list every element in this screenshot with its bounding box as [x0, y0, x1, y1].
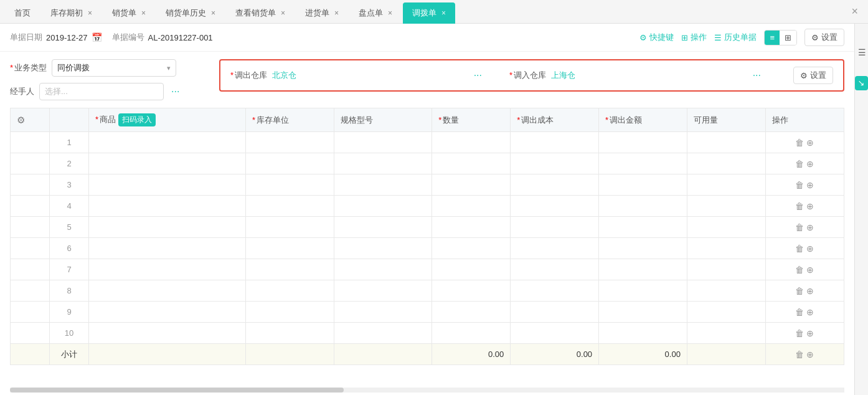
delete-icon[interactable]: 🗑: [795, 159, 804, 169]
spec-cell[interactable]: [334, 217, 432, 238]
delete-icon[interactable]: 🗑: [795, 138, 804, 148]
copy-icon[interactable]: ⊕: [806, 138, 814, 148]
delete-icon[interactable]: 🗑: [795, 222, 804, 232]
history-docs-btn[interactable]: ☰ 历史单据: [714, 32, 757, 43]
horizontal-scrollbar[interactable]: [10, 388, 844, 393]
product-cell[interactable]: [89, 132, 246, 153]
tab-sales-order-close[interactable]: ×: [141, 9, 146, 17]
tab-inventory-init[interactable]: 库存期初 ×: [41, 2, 101, 24]
unit-cell[interactable]: [246, 302, 334, 323]
tab-sales-history[interactable]: 销货单历史 ×: [156, 2, 225, 24]
product-cell[interactable]: [89, 196, 246, 217]
copy-icon[interactable]: ⊕: [806, 328, 814, 338]
settings-button[interactable]: ⚙ 设置: [804, 29, 844, 46]
tab-view-sales-close[interactable]: ×: [281, 9, 285, 17]
transfer-out-more-btn[interactable]: ···: [471, 70, 484, 81]
spec-cell[interactable]: [334, 259, 432, 280]
scrollbar-thumb[interactable]: [10, 388, 344, 393]
copy-icon[interactable]: ⊕: [806, 159, 814, 169]
delete-icon[interactable]: 🗑: [795, 328, 804, 338]
handler-input[interactable]: 选择...: [39, 83, 164, 100]
delete-icon[interactable]: 🗑: [795, 244, 804, 254]
spec-cell[interactable]: [334, 280, 432, 302]
qty-cell[interactable]: [432, 280, 511, 302]
amount-cell[interactable]: [599, 259, 687, 280]
tab-sales-order[interactable]: 销货单 ×: [103, 2, 155, 24]
product-cell[interactable]: [89, 217, 246, 238]
copy-icon[interactable]: ⊕: [806, 201, 814, 211]
amount-cell[interactable]: [599, 302, 687, 323]
copy-icon[interactable]: ⊕: [806, 265, 814, 275]
qty-cell[interactable]: [432, 196, 511, 217]
product-cell[interactable]: [89, 323, 246, 344]
copy-icon[interactable]: ⊕: [806, 222, 814, 232]
tab-inventory-check-close[interactable]: ×: [388, 9, 392, 17]
amount-cell[interactable]: [599, 174, 687, 196]
product-cell[interactable]: [89, 280, 246, 302]
qty-cell[interactable]: [432, 323, 511, 344]
qty-cell[interactable]: [432, 217, 511, 238]
window-close-button[interactable]: ×: [846, 2, 863, 21]
qty-cell[interactable]: [432, 132, 511, 153]
transfer-out-value[interactable]: 北京仓: [272, 70, 296, 81]
tab-inventory-init-close[interactable]: ×: [88, 9, 92, 17]
tab-sales-history-close[interactable]: ×: [211, 9, 215, 17]
tab-purchase-order[interactable]: 进货单 ×: [296, 2, 348, 24]
spec-cell[interactable]: [334, 323, 432, 344]
view-list-btn[interactable]: ≡: [765, 31, 780, 45]
qty-cell[interactable]: [432, 238, 511, 259]
tab-inventory-check[interactable]: 盘点单 ×: [349, 2, 402, 24]
tab-purchase-order-close[interactable]: ×: [334, 9, 339, 17]
cost-cell[interactable]: [511, 302, 599, 323]
cost-cell[interactable]: [511, 217, 599, 238]
tab-view-sales[interactable]: 查看销货单 ×: [226, 2, 295, 24]
cost-cell[interactable]: [511, 153, 599, 174]
product-cell[interactable]: [89, 153, 246, 174]
spec-cell[interactable]: [334, 174, 432, 196]
cost-cell[interactable]: [511, 196, 599, 217]
copy-icon[interactable]: ⊕: [806, 244, 814, 254]
copy-icon[interactable]: ⊕: [806, 350, 814, 359]
qty-cell[interactable]: [432, 174, 511, 196]
qty-cell[interactable]: [432, 302, 511, 323]
tab-home[interactable]: 首页: [5, 2, 40, 24]
product-cell[interactable]: [89, 238, 246, 259]
cost-cell[interactable]: [511, 259, 599, 280]
unit-cell[interactable]: [246, 132, 334, 153]
calendar-icon[interactable]: 📅: [92, 32, 102, 42]
amount-cell[interactable]: [599, 280, 687, 302]
amount-cell[interactable]: [599, 153, 687, 174]
delete-icon[interactable]: 🗑: [795, 180, 804, 190]
copy-icon[interactable]: ⊕: [806, 286, 814, 296]
unit-cell[interactable]: [246, 280, 334, 302]
gear-icon[interactable]: ⚙: [17, 115, 25, 125]
shortcuts-btn[interactable]: ⚙ 快捷键: [639, 32, 674, 43]
qty-cell[interactable]: [432, 153, 511, 174]
tab-transfer[interactable]: 调拨单 ×: [403, 2, 455, 24]
unit-cell[interactable]: [246, 153, 334, 174]
product-cell[interactable]: [89, 259, 246, 280]
cost-cell[interactable]: [511, 280, 599, 302]
cost-cell[interactable]: [511, 323, 599, 344]
qty-cell[interactable]: [432, 259, 511, 280]
amount-cell[interactable]: [599, 196, 687, 217]
scan-entry-button[interactable]: 扫码录入: [118, 113, 156, 126]
unit-cell[interactable]: [246, 238, 334, 259]
operations-btn[interactable]: ⊞ 操作: [681, 32, 707, 43]
delete-icon[interactable]: 🗑: [795, 307, 804, 317]
spec-cell[interactable]: [334, 196, 432, 217]
copy-icon[interactable]: ⊕: [806, 307, 814, 317]
amount-cell[interactable]: [599, 323, 687, 344]
sidebar-list-icon[interactable]: ☰: [856, 34, 868, 71]
delete-icon[interactable]: 🗑: [795, 350, 804, 359]
delete-icon[interactable]: 🗑: [795, 286, 804, 296]
cost-cell[interactable]: [511, 238, 599, 259]
unit-cell[interactable]: [246, 259, 334, 280]
spec-cell[interactable]: [334, 302, 432, 323]
delete-icon[interactable]: 🗑: [795, 265, 804, 275]
product-cell[interactable]: [89, 302, 246, 323]
amount-cell[interactable]: [599, 217, 687, 238]
spec-cell[interactable]: [334, 132, 432, 153]
unit-cell[interactable]: [246, 174, 334, 196]
product-cell[interactable]: [89, 174, 246, 196]
